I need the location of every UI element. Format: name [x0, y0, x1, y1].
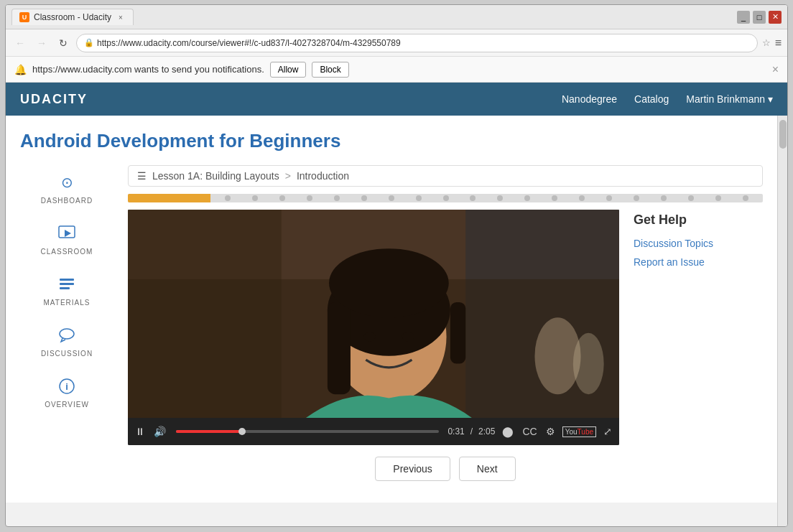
overview-icon: i [54, 373, 80, 399]
report-issue-link[interactable]: Report an Issue [634, 256, 763, 268]
minimize-button[interactable]: _ [737, 11, 750, 24]
reload-button[interactable]: ↻ [55, 34, 72, 52]
next-button[interactable]: Next [459, 457, 516, 481]
svg-text:i: i [65, 381, 68, 392]
sidebar-item-materials[interactable]: MATERIALS [20, 267, 113, 311]
progress-dot [524, 195, 530, 201]
progress-dot [225, 195, 231, 201]
user-dropdown-icon: ▾ [768, 93, 773, 105]
bookmark-icon[interactable]: ☆ [762, 37, 771, 48]
sidebar-item-dashboard[interactable]: ⊙ DASHBOARD [20, 165, 113, 209]
header-nav: Nanodegree Catalog Martin Brinkmann ▾ [562, 93, 773, 105]
maximize-button[interactable]: □ [753, 11, 766, 24]
subtitles-dot-button[interactable]: ⬤ [501, 426, 515, 437]
tab-title: Classroom - Udacity [34, 12, 111, 22]
progress-dot [497, 195, 503, 201]
lock-icon: 🔒 [84, 38, 94, 47]
progress-dot [416, 195, 422, 201]
scrollbar[interactable] [777, 116, 787, 526]
address-bar[interactable]: 🔒 https://www.udacity.com/course/viewer#… [76, 34, 758, 52]
allow-button[interactable]: Allow [270, 62, 307, 78]
svg-point-13 [573, 333, 604, 395]
previous-button[interactable]: Previous [375, 457, 450, 481]
svg-marker-1 [65, 230, 71, 237]
tab-area: U Classroom - Udacity × [11, 9, 737, 25]
video-current-time: 0:31 [447, 426, 464, 437]
video-frame[interactable] [128, 210, 619, 418]
sidebar-label-materials: MATERIALS [44, 299, 91, 307]
volume-button[interactable]: 🔊 [152, 426, 167, 437]
scrollable-area: Android Development for Beginners ⊙ DASH… [6, 116, 787, 526]
user-menu[interactable]: Martin Brinkmann ▾ [686, 93, 773, 105]
tab-favicon: U [19, 12, 29, 22]
course-title: Android Development for Beginners [20, 130, 763, 152]
sidebar-label-discussion: DISCUSSION [41, 350, 93, 358]
video-progress-fill [176, 430, 242, 433]
settings-button[interactable]: ⚙ [544, 426, 557, 437]
progress-dot [661, 195, 667, 201]
tab-close-button[interactable]: × [116, 12, 126, 22]
sidebar-item-overview[interactable]: i OVERVIEW [20, 369, 113, 413]
progress-dot [252, 195, 258, 201]
lesson-progress-bar [128, 194, 763, 202]
svg-point-21 [363, 332, 376, 342]
youtube-button[interactable]: YouTube [562, 426, 596, 437]
video-progress-bar[interactable] [176, 430, 439, 433]
svg-rect-2 [60, 279, 74, 281]
title-bar: U Classroom - Udacity × _ □ ✕ [6, 5, 787, 29]
site-logo: UDACITY [20, 92, 562, 107]
progress-dot [688, 195, 694, 201]
sidebar-label-overview: OVERVIEW [45, 401, 89, 409]
block-button[interactable]: Block [312, 62, 348, 78]
discussion-topics-link[interactable]: Discussion Topics [634, 238, 763, 249]
scrollbar-thumb[interactable] [779, 120, 787, 149]
sidebar-label-classroom: CLASSROOM [41, 248, 93, 256]
progress-dot [307, 195, 312, 201]
progress-dots [210, 195, 763, 201]
video-container: ⏸ 🔊 0:31 / 2:05 [128, 210, 619, 445]
menu-icon[interactable]: ≡ [775, 37, 782, 50]
progress-dot [470, 195, 476, 201]
close-button[interactable]: ✕ [769, 11, 782, 24]
notification-close-button[interactable]: × [772, 63, 779, 76]
help-title: Get Help [634, 213, 763, 228]
svg-point-5 [60, 329, 74, 339]
progress-dot [279, 195, 285, 201]
svg-rect-18 [328, 302, 351, 394]
sidebar-item-discussion[interactable]: DISCUSSION [20, 318, 113, 362]
sidebar-label-dashboard: DASHBOARD [41, 197, 93, 205]
svg-rect-19 [450, 302, 465, 364]
video-progress-handle[interactable] [238, 428, 246, 435]
help-panel: Get Help Discussion Topics Report an Iss… [634, 210, 763, 445]
dashboard-icon: ⊙ [54, 169, 80, 195]
nav-catalog[interactable]: Catalog [634, 93, 669, 105]
progress-dot [715, 195, 721, 201]
nav-nanodegree[interactable]: Nanodegree [562, 93, 617, 105]
navigation-bar: ← → ↻ 🔒 https://www.udacity.com/course/v… [6, 29, 787, 57]
svg-rect-3 [60, 283, 74, 285]
progress-dot [334, 195, 340, 201]
video-thumbnail [128, 210, 619, 418]
browser-tab[interactable]: U Classroom - Udacity × [11, 9, 134, 25]
fullscreen-button[interactable]: ⤢ [602, 426, 613, 437]
breadcrumb-lesson-label[interactable]: Lesson 1A: Building Layouts [152, 170, 279, 182]
notification-message: https://www.udacity.com wants to send yo… [32, 64, 264, 75]
progress-dot [634, 195, 639, 201]
browser-window: U Classroom - Udacity × _ □ ✕ ← → ↻ 🔒 ht… [5, 4, 788, 527]
breadcrumb-separator: > [285, 170, 291, 182]
progress-fill [128, 194, 210, 202]
progress-dot [361, 195, 367, 201]
forward-button[interactable]: → [33, 34, 50, 52]
notification-bell-icon: 🔔 [14, 64, 27, 75]
back-button[interactable]: ← [11, 34, 29, 52]
discussion-icon [54, 322, 80, 348]
page-navigation: Previous Next [128, 457, 763, 488]
breadcrumb-list-icon: ☰ [137, 170, 147, 182]
page-content: UDACITY Nanodegree Catalog Martin Brinkm… [6, 83, 787, 526]
progress-dot [389, 195, 394, 201]
user-name: Martin Brinkmann [686, 93, 765, 105]
sidebar-item-classroom[interactable]: CLASSROOM [20, 216, 113, 260]
captions-button[interactable]: CC [521, 426, 538, 437]
progress-dot [743, 195, 748, 201]
pause-button[interactable]: ⏸ [134, 426, 147, 437]
